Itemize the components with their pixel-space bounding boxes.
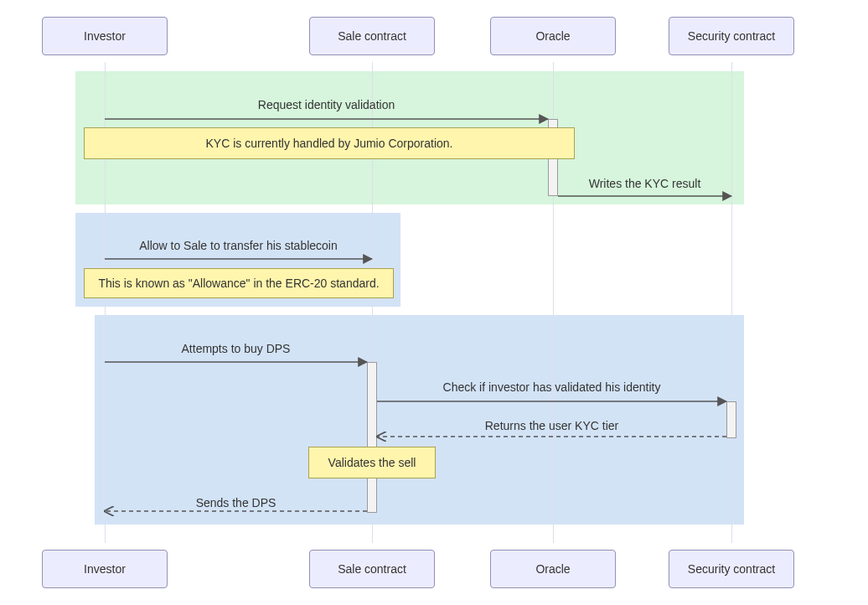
participant-security-top: Security contract <box>669 17 794 55</box>
participant-security-bottom: Security contract <box>669 550 794 588</box>
msg-check-investor-identity: Check if investor has validated his iden… <box>377 380 726 394</box>
msg-request-identity-validation: Request identity validation <box>105 98 548 111</box>
note-validates-sell: Validates the sell <box>308 447 436 478</box>
participant-investor-bottom: Investor <box>42 550 168 588</box>
msg-returns-kyc-tier: Returns the user KYC tier <box>377 419 726 432</box>
participant-label: Sale contract <box>338 29 406 43</box>
participant-oracle-top: Oracle <box>490 17 616 55</box>
participant-label: Oracle <box>535 29 570 43</box>
msg-allow-sale-transfer: Allow to Sale to transfer his stablecoin <box>105 239 372 252</box>
participant-label: Investor <box>84 562 126 576</box>
activation-sale <box>367 362 377 513</box>
participant-oracle-bottom: Oracle <box>490 550 616 588</box>
note-kyc-jumio: KYC is currently handled by Jumio Corpor… <box>84 127 575 159</box>
participant-sale-top: Sale contract <box>309 17 435 55</box>
participant-label: Sale contract <box>338 562 406 576</box>
activation-security <box>726 401 736 438</box>
participant-sale-bottom: Sale contract <box>309 550 435 588</box>
participant-label: Investor <box>84 29 126 43</box>
participant-label: Oracle <box>535 562 570 576</box>
msg-writes-kyc-result: Writes the KYC result <box>558 177 731 190</box>
participant-label: Security contract <box>688 562 775 576</box>
lifeline-security <box>731 62 732 543</box>
participant-investor-top: Investor <box>42 17 168 55</box>
msg-sends-dps: Sends the DPS <box>105 496 367 509</box>
participant-label: Security contract <box>688 29 775 43</box>
note-allowance-erc20: This is known as "Allowance" in the ERC-… <box>84 268 394 298</box>
msg-attempts-buy-dps: Attempts to buy DPS <box>105 342 367 355</box>
